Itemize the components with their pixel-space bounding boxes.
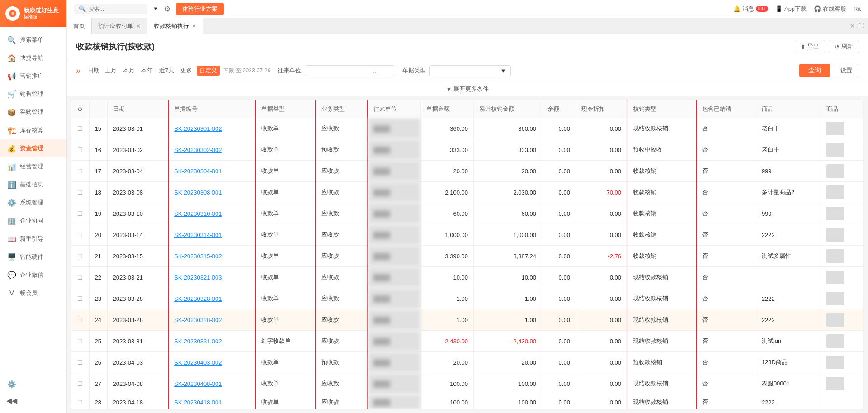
sidebar-item-inventory[interactable]: 🏗️ 库存核算: [0, 121, 66, 139]
col-settled-header[interactable]: 包含已结清: [696, 100, 756, 118]
col-product2-header[interactable]: 商品: [821, 100, 863, 118]
docno-link[interactable]: SK-20230408-001: [174, 380, 222, 387]
table-row[interactable]: ☐ 25 2023-03-31 SK-20230331-002 红字收款单 应收…: [71, 331, 864, 352]
table-row[interactable]: ☐ 26 2023-04-03 SK-20230403-002 收款单 预收款 …: [71, 352, 864, 373]
sidebar-item-sales[interactable]: 🛒 销售管理: [0, 85, 66, 103]
date-btn-more[interactable]: 更多: [179, 66, 194, 76]
sidebar-item-hardware[interactable]: 🖥️ 智能硬件: [0, 248, 66, 266]
col-writeofftype-header[interactable]: 核销类型: [627, 100, 696, 118]
sidebar-settings-btn[interactable]: ⚙️: [0, 376, 66, 392]
docno-link[interactable]: SK-20230418-001: [174, 399, 222, 406]
docno-link[interactable]: SK-20230321-003: [174, 274, 222, 281]
solution-button[interactable]: 体验行业方案: [176, 3, 224, 15]
row-settings[interactable]: ☐: [71, 182, 89, 203]
sidebar-collapse-btn[interactable]: ◀◀: [0, 392, 66, 408]
header-settings-icon[interactable]: ⚙: [164, 5, 170, 13]
filter-toggle-btn[interactable]: »: [76, 66, 80, 76]
partner-search-input[interactable]: [310, 67, 373, 74]
refresh-button[interactable]: ↺ 刷新: [829, 40, 859, 53]
tab-maximize-icon[interactable]: ⛶: [859, 23, 864, 29]
sidebar-item-purchase[interactable]: 📦 采购管理: [0, 103, 66, 121]
table-row[interactable]: ☐ 17 2023-03-04 SK-20230304-001 收款单 应收款 …: [71, 161, 864, 182]
row-settings[interactable]: ☐: [71, 161, 89, 182]
col-balance-header[interactable]: 余额: [542, 100, 576, 118]
row-settings[interactable]: ☐: [71, 309, 89, 331]
tab-receivable[interactable]: 预计应收付单 ✕: [92, 18, 147, 34]
date-btn-last-month[interactable]: 上月: [103, 66, 118, 76]
table-row[interactable]: ☐ 23 2023-03-28 SK-20230328-001 收款单 应收款 …: [71, 288, 864, 309]
sidebar-item-search[interactable]: 🔍 搜索菜单: [0, 31, 66, 49]
sidebar-item-guide[interactable]: 📖 新手引导: [0, 230, 66, 248]
row-settings[interactable]: ☐: [71, 139, 89, 161]
col-product1-header[interactable]: 商品: [756, 100, 821, 118]
row-settings[interactable]: ☐: [71, 331, 89, 352]
table-row[interactable]: ☐ 16 2023-03-02 SK-20230302-002 收款单 预收款 …: [71, 139, 864, 161]
sidebar-item-quick[interactable]: 🏠 快捷导航: [0, 49, 66, 67]
sidebar-item-capital[interactable]: 💰 资金管理: [0, 139, 66, 157]
col-date-header[interactable]: 日期: [107, 100, 168, 118]
header-search[interactable]: 🔍: [74, 4, 147, 14]
row-settings[interactable]: ☐: [71, 373, 89, 394]
tab-close-all-icon[interactable]: ✕: [850, 23, 855, 29]
sidebar-item-member[interactable]: V 畅会员: [0, 284, 66, 302]
sidebar-item-wechat[interactable]: 💬 企业微信: [0, 266, 66, 284]
date-btn-7days[interactable]: 近7天: [157, 66, 176, 76]
docno-link[interactable]: SK-20230328-002: [174, 317, 222, 323]
date-btn-this-month[interactable]: 本月: [121, 66, 137, 76]
sidebar-item-basic[interactable]: ℹ️ 基础信息: [0, 176, 66, 194]
customer-service-btn[interactable]: 🎧 在线客服: [814, 5, 846, 13]
search-input[interactable]: [89, 6, 143, 12]
docno-link[interactable]: SK-20230403-002: [174, 359, 222, 366]
docno-link[interactable]: SK-20230331-002: [174, 338, 222, 345]
app-download-btn[interactable]: 📱 App下载: [775, 5, 807, 13]
docno-link[interactable]: SK-20230314-001: [174, 232, 222, 238]
settings-link-button[interactable]: 设置: [834, 64, 859, 77]
query-button[interactable]: 查询: [799, 64, 830, 77]
row-settings[interactable]: ☐: [71, 246, 89, 267]
row-settings[interactable]: ☐: [71, 394, 89, 410]
partner-input[interactable]: ...: [305, 65, 395, 76]
export-button[interactable]: ⬆ 导出: [795, 40, 825, 53]
date-btn-this-year[interactable]: 本年: [139, 66, 155, 76]
table-row[interactable]: ☐ 20 2023-03-14 SK-20230314-001 收款单 应收款 …: [71, 224, 864, 246]
tab-home[interactable]: 首页: [67, 18, 92, 34]
table-row[interactable]: ☐ 19 2023-03-10 SK-20230310-001 收款单 应收款 …: [71, 203, 864, 224]
date-btn-custom[interactable]: 自定义: [197, 66, 220, 76]
tab-writeoff-close[interactable]: ✕: [192, 23, 196, 29]
doctype-select[interactable]: ▼: [429, 65, 511, 76]
tab-receivable-close[interactable]: ✕: [136, 23, 141, 29]
col-partner-header[interactable]: 往来单位: [368, 100, 420, 118]
row-settings[interactable]: ☐: [71, 267, 89, 288]
col-amount-header[interactable]: 单据金额: [420, 100, 473, 118]
tab-writeoff[interactable]: 收款核销执行 ✕: [147, 18, 203, 34]
row-settings[interactable]: ☐: [71, 224, 89, 246]
table-row[interactable]: ☐ 27 2023-04-08 SK-20230408-001 收款单 应收款 …: [71, 373, 864, 394]
table-row[interactable]: ☐ 24 2023-03-28 SK-20230328-002 收款单 应收款 …: [71, 309, 864, 331]
row-settings[interactable]: ☐: [71, 288, 89, 309]
col-writeoff-header[interactable]: 累计核销金额: [473, 100, 542, 118]
col-doctype-header[interactable]: 单据类型: [255, 100, 316, 118]
header-dropdown[interactable]: ▼: [153, 5, 159, 12]
col-biztype-header[interactable]: 业务类型: [316, 100, 367, 118]
docno-link[interactable]: SK-20230315-002: [174, 253, 222, 260]
table-row[interactable]: ☐ 28 2023-04-18 SK-20230418-001 收款单 应收款 …: [71, 394, 864, 410]
expand-more-btn[interactable]: ▼ 展开更多条件: [446, 85, 489, 93]
table-row[interactable]: ☐ 15 2023-03-01 SK-20230301-002 收款单 应收款 …: [71, 118, 864, 139]
row-settings[interactable]: ☐: [71, 352, 89, 373]
sidebar-item-marketing[interactable]: 📢 营销推广: [0, 67, 66, 85]
docno-link[interactable]: SK-20230301-002: [174, 125, 222, 132]
docno-link[interactable]: SK-20230308-001: [174, 189, 222, 196]
col-docno-header[interactable]: 单据编号: [168, 100, 255, 118]
docno-link[interactable]: SK-20230328-001: [174, 295, 222, 302]
sidebar-item-system[interactable]: ⚙️ 系统管理: [0, 194, 66, 212]
docno-link[interactable]: SK-20230304-001: [174, 168, 222, 175]
row-settings[interactable]: ☐: [71, 118, 89, 139]
notifications-btn[interactable]: 🔔 消息 99+: [733, 5, 768, 13]
row-settings[interactable]: ☐: [71, 203, 89, 224]
table-row[interactable]: ☐ 22 2023-03-21 SK-20230321-003 收款单 应收款 …: [71, 267, 864, 288]
docno-link[interactable]: SK-20230310-001: [174, 210, 222, 217]
user-profile[interactable]: Rit: [854, 5, 861, 12]
table-row[interactable]: ☐ 21 2023-03-15 SK-20230315-002 收款单 应收款 …: [71, 246, 864, 267]
col-discount-header[interactable]: 现金折扣: [576, 100, 627, 118]
sidebar-item-enterprise[interactable]: 🏢 企业协同: [0, 212, 66, 230]
